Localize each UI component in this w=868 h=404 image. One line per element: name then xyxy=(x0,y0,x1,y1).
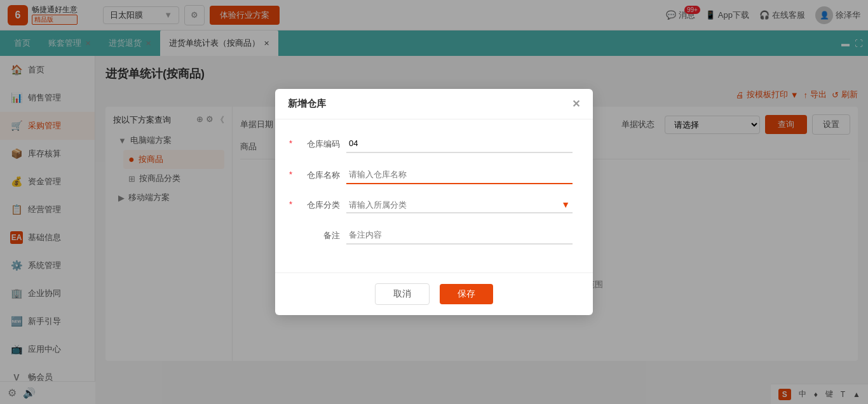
cancel-button[interactable]: 取消 xyxy=(375,283,430,305)
code-input[interactable] xyxy=(346,135,573,153)
modal-backdrop: 新增仓库 ✕ 仓库编码 仓库名称 仓库分类 ▼ xyxy=(0,0,868,404)
add-warehouse-modal: 新增仓库 ✕ 仓库编码 仓库名称 仓库分类 ▼ xyxy=(275,89,593,315)
save-button[interactable]: 保存 xyxy=(440,284,493,304)
modal-footer: 取消 保存 xyxy=(275,273,593,315)
form-row-name: 仓库名称 xyxy=(295,166,573,184)
category-input[interactable] xyxy=(349,200,561,210)
modal-header: 新增仓库 ✕ xyxy=(275,89,593,119)
name-label: 仓库名称 xyxy=(295,170,340,181)
code-label: 仓库编码 xyxy=(295,138,340,150)
form-row-code: 仓库编码 xyxy=(295,135,573,153)
modal-body: 仓库编码 仓库名称 仓库分类 ▼ 备注 xyxy=(275,119,593,273)
category-label: 仓库分类 xyxy=(295,199,340,211)
category-select-wrap: ▼ xyxy=(346,197,573,213)
form-row-remark: 备注 xyxy=(295,226,573,245)
form-row-category: 仓库分类 ▼ xyxy=(295,197,573,213)
name-input[interactable] xyxy=(346,166,573,184)
remark-input[interactable] xyxy=(346,226,573,245)
category-dropdown-icon[interactable]: ▼ xyxy=(561,199,570,210)
remark-label: 备注 xyxy=(295,230,340,241)
modal-close-button[interactable]: ✕ xyxy=(572,98,580,110)
modal-title: 新增仓库 xyxy=(288,98,326,110)
